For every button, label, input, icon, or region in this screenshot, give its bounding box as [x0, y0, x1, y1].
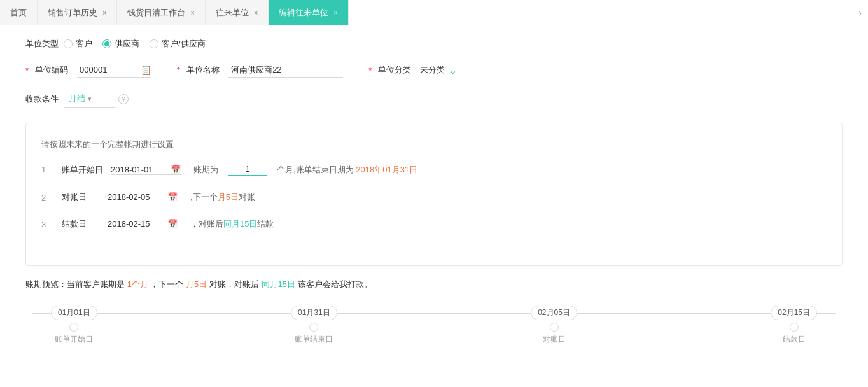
tab-scroll-right[interactable]: ›	[852, 8, 868, 18]
row-num-1: 1	[41, 165, 54, 174]
unit-code-field-wrap: 📋	[77, 62, 151, 78]
setting-row-1: 1 账单开始日 📅 账期为 个月,账单结束日期为 2018年01月31日	[41, 163, 827, 176]
radio-both[interactable]: 客户/供应商	[150, 38, 206, 50]
timeline-node-3: 02月05日 对账日	[531, 306, 577, 345]
copy-icon[interactable]: 📋	[141, 65, 151, 75]
radio-circle-supplier	[102, 39, 111, 48]
unit-code-input[interactable]	[77, 62, 141, 77]
date-wrap-2: 📅	[108, 192, 178, 202]
timeline-wrap: 01月01日 账单开始日 01月31日 账单结束日 02月05日 对账日 02月…	[45, 306, 823, 345]
payment-value: 月结	[69, 93, 85, 104]
row-type-1: 账单开始日	[62, 164, 103, 176]
unit-name-label: 单位名称	[186, 64, 220, 76]
close-tab-cash-work[interactable]: ×	[190, 9, 194, 17]
classify-dropdown-icon: ⌄	[449, 64, 457, 76]
period-end-date: 2018年01月31日	[356, 165, 417, 174]
row-type-3: 结款日	[62, 218, 100, 230]
row-num-2: 2	[41, 193, 54, 202]
close-tab-edit-partner[interactable]: ×	[333, 9, 337, 17]
payment-dropdown-icon: ▾	[88, 95, 92, 103]
node-dot-4	[790, 323, 799, 332]
setting-row-2: 2 对账日 📅 ,下一个月5日对账	[41, 192, 827, 203]
timeline-section: 01月01日 账单开始日 01月31日 账单结束日 02月05日 对账日 02月…	[25, 306, 843, 370]
code-required-star: *	[25, 66, 29, 75]
node-dot-3	[550, 323, 559, 332]
unit-type-radio-group: 客户 供应商 客户/供应商	[64, 38, 206, 50]
row-highlight-3: 同月15日	[223, 219, 257, 229]
close-tab-sales-history[interactable]: ×	[102, 9, 106, 17]
node-date-1: 01月01日	[51, 306, 97, 320]
period-label: 账期为	[193, 164, 218, 176]
preview-text: 账期预览：当前客户账期是 1个月 ，下一个 月5日 对账，对账后 同月15日 该…	[25, 279, 843, 290]
timeline-node-2: 01月31日 账单结束日	[291, 306, 337, 345]
main-content: 单位类型 客户 供应商 客户/供应商 * 单位编码 📋	[0, 25, 868, 387]
row-type-2: 对账日	[62, 192, 100, 203]
node-label-1: 账单开始日	[55, 334, 93, 345]
calendar-icon-1[interactable]: 📅	[171, 165, 181, 174]
node-label-4: 结款日	[783, 334, 806, 345]
row-num-3: 3	[41, 220, 54, 229]
setting-row-3: 3 结款日 📅 ，对账后同月15日结款	[41, 218, 827, 230]
radio-customer[interactable]: 客户	[64, 38, 92, 50]
node-date-3: 02月05日	[531, 306, 577, 320]
period-unit: 个月,账单结束日期为 2018年01月31日	[277, 164, 417, 176]
calendar-icon-3[interactable]: 📅	[167, 219, 178, 229]
row-desc-2: ,下一个月5日对账	[190, 192, 255, 203]
date-wrap-1: 📅	[111, 165, 181, 175]
unit-code-label: 单位编码	[35, 64, 68, 76]
help-icon[interactable]: ?	[118, 94, 129, 104]
date-input-2[interactable]	[108, 192, 165, 202]
classify-required-star: *	[368, 66, 372, 75]
unit-info-row: * 单位编码 📋 * 单位名称 * 单位分类 未分类 ⌄	[25, 62, 843, 78]
preview-part1: 1个月	[127, 279, 148, 289]
node-dot-1	[69, 323, 78, 332]
calendar-icon-2[interactable]: 📅	[167, 192, 178, 202]
classify-label: 单位分类	[378, 64, 411, 76]
payment-label: 收款条件	[25, 94, 59, 105]
row-highlight-2: 月5日	[218, 192, 239, 202]
tab-edit-partner[interactable]: 编辑往来单位 ×	[269, 0, 348, 25]
timeline-node-1: 01月01日 账单开始日	[51, 306, 97, 345]
unit-type-label: 单位类型	[25, 38, 59, 50]
tabs-bar: 首页 销售订单历史 × 钱货日清工作台 × 往来单位 × 编辑往来单位 × ›	[0, 0, 868, 25]
unit-type-row: 单位类型 客户 供应商 客户/供应商	[25, 38, 843, 50]
node-date-4: 02月15日	[771, 306, 817, 320]
tab-home[interactable]: 首页	[0, 0, 38, 25]
node-date-2: 01月31日	[291, 306, 337, 320]
radio-circle-customer	[64, 39, 73, 48]
radio-supplier[interactable]: 供应商	[102, 38, 139, 50]
name-required-star: *	[177, 66, 180, 75]
classify-value: 未分类	[420, 64, 445, 76]
section-desc: 请按照未来的一个完整帐期进行设置	[41, 139, 827, 150]
date-input-3[interactable]	[108, 219, 165, 229]
close-tab-partner[interactable]: ×	[254, 9, 258, 17]
row-desc-3: ，对账后同月15日结款	[190, 218, 274, 230]
preview-part3-highlight: 同月15日	[262, 279, 295, 289]
tab-partner[interactable]: 往来单位 ×	[206, 0, 269, 25]
payment-select[interactable]: 月结 ▾	[64, 90, 115, 108]
unit-name-input[interactable]	[228, 62, 343, 78]
timeline-node-4: 02月15日 结款日	[771, 306, 817, 345]
classify-select[interactable]: 未分类 ⌄	[420, 64, 457, 76]
date-input-1[interactable]	[111, 165, 168, 174]
preview-part2-highlight: 月5日	[186, 279, 207, 289]
period-input[interactable]	[228, 163, 267, 176]
node-label-2: 账单结束日	[295, 334, 333, 345]
tab-sales-history[interactable]: 销售订单历史 ×	[38, 0, 117, 25]
radio-circle-both	[150, 39, 158, 48]
payment-row: 收款条件 月结 ▾ ?	[25, 90, 843, 108]
node-label-3: 对账日	[543, 334, 566, 345]
settings-section: 请按照未来的一个完整帐期进行设置 1 账单开始日 📅 账期为 个月,账单结束日期…	[25, 123, 843, 266]
tab-cash-work[interactable]: 钱货日清工作台 ×	[117, 0, 205, 25]
node-dot-2	[309, 323, 318, 332]
date-wrap-3: 📅	[108, 219, 178, 229]
